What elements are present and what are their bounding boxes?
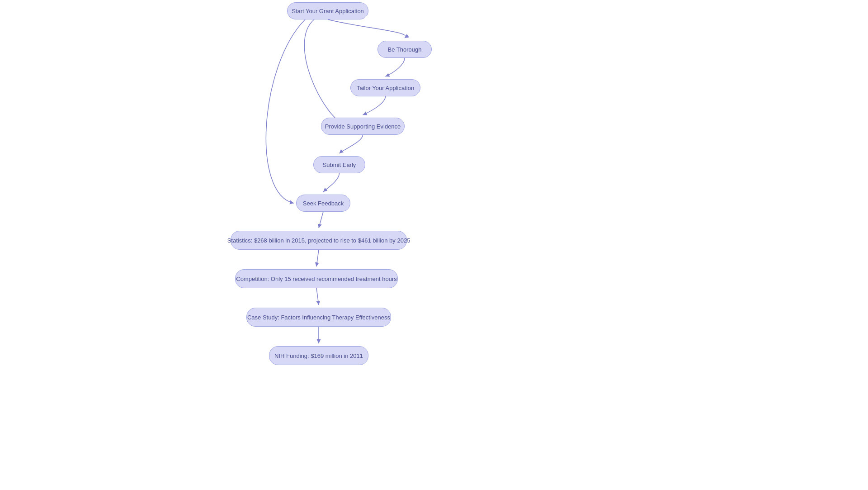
node-provide-evidence: Provide Supporting Evidence	[321, 118, 405, 135]
node-submit-early: Submit Early	[313, 156, 365, 173]
node-case-study: Case Study: Factors Influencing Therapy …	[246, 308, 391, 327]
arrows-svg	[0, 0, 868, 490]
node-statistics: Statistics: $268 billion in 2015, projec…	[231, 231, 407, 250]
node-be-thorough: Be Thorough	[377, 41, 432, 58]
node-seek-feedback: Seek Feedback	[296, 195, 350, 212]
node-competition: Competition: Only 15 received recommende…	[235, 269, 398, 288]
node-start: Start Your Grant Application	[287, 2, 368, 19]
diagram-container: Start Your Grant ApplicationBe ThoroughT…	[0, 0, 868, 490]
node-nih-funding: NIH Funding: $169 million in 2011	[269, 346, 368, 365]
node-tailor: Tailor Your Application	[350, 79, 420, 96]
